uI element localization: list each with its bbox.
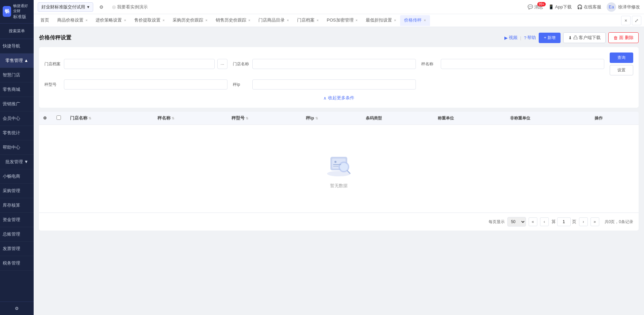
sidebar-item-retail-mall[interactable]: 零售商城 xyxy=(0,82,34,97)
sort-icon[interactable]: ⇅ xyxy=(88,116,91,120)
tab-store-catalog[interactable]: 门店商品目录 × xyxy=(254,15,293,26)
filter-row-2: 秤型号 秤ip xyxy=(44,79,633,90)
close-icon[interactable]: × xyxy=(248,18,250,22)
sidebar-item-inventory[interactable]: 库存核算 xyxy=(0,198,34,213)
delete-button[interactable]: 🗑 面 删除 xyxy=(608,32,639,43)
headset-icon: 🎧 xyxy=(577,4,582,9)
close-icon[interactable]: × xyxy=(356,18,358,22)
store-name-label: 门店名称 xyxy=(233,61,250,67)
close-icon[interactable]: × xyxy=(287,18,289,22)
scale-model-input[interactable] xyxy=(64,79,227,90)
last-page-button[interactable]: » xyxy=(591,217,599,226)
user-name: 徐泽华修改 xyxy=(618,4,640,10)
settings-button[interactable]: 设置 xyxy=(610,65,633,75)
add-button[interactable]: + 新增 xyxy=(539,33,560,43)
sidebar-item-invoice-manage[interactable]: 发票管理 xyxy=(0,242,34,256)
store-profile-input[interactable] xyxy=(64,59,215,69)
close-icon[interactable]: × xyxy=(394,18,396,22)
sidebar-item-general-ledger[interactable]: 总账管理 xyxy=(0,227,34,242)
maximize-tab-button[interactable]: ⤢ xyxy=(632,16,641,25)
sidebar: 畅 畅捷通好业财标准版 搜索菜单 快捷导航 零售管理 ▲ 智慧门店 零售商城 营… xyxy=(0,0,34,315)
tab-pos-manage[interactable]: POS加密管理 × xyxy=(323,15,362,26)
store-name-input[interactable] xyxy=(252,59,416,69)
tab-home[interactable]: 首页 xyxy=(36,15,53,26)
th-store-name: 门店名称 ⇅ xyxy=(66,112,153,125)
svg-rect-7 xyxy=(333,164,341,165)
sidebar-item-retail-manage[interactable]: 零售管理 ▲ xyxy=(0,54,34,68)
prev-page-button[interactable]: ‹ xyxy=(540,217,549,226)
table-header-row: ⚙ 门店名称 ⇅ 秤名称 xyxy=(39,112,639,125)
sidebar-item-fund-manage[interactable]: 资金管理 xyxy=(0,213,34,227)
version-selector[interactable]: 好业财标准版交付试用 ▾ xyxy=(38,2,93,12)
per-page-select[interactable]: 50 10 20 100 xyxy=(507,217,526,226)
sidebar-item-retail-stats[interactable]: 零售统计 xyxy=(0,126,34,140)
th-barcode-type: 条码类型 xyxy=(362,112,434,125)
collapse-filters-button[interactable]: ∧ 收起更多条件 xyxy=(44,94,633,102)
sidebar-item-tax-manage[interactable]: 税务管理 xyxy=(0,256,34,271)
sidebar-item-purchase-manage[interactable]: 采购管理 xyxy=(0,184,34,198)
first-page-button[interactable]: « xyxy=(529,217,537,226)
pagination-total: 共0页，0条记录 xyxy=(605,219,633,225)
search-menu-button[interactable]: 搜索菜单 xyxy=(3,26,31,36)
close-icon[interactable]: × xyxy=(205,18,207,22)
sidebar-settings-button[interactable]: ⚙ xyxy=(0,302,34,315)
demo-link[interactable]: ◎ 我要看实例演示 xyxy=(109,3,150,11)
topbar-settings-icon[interactable]: ⚙ xyxy=(97,2,106,12)
sidebar-item-xiaochangec[interactable]: 小畅电商 xyxy=(0,169,34,184)
tab-sale-history[interactable]: 销售历史价跟踪 × xyxy=(212,15,254,26)
user-profile-button[interactable]: Ea 徐泽华修改 xyxy=(607,2,640,12)
page-label2: 页 xyxy=(572,219,576,225)
empty-state-row: 暂无数据 xyxy=(39,125,639,213)
close-icon[interactable]: × xyxy=(424,18,426,22)
page-header: 价格传秤设置 ▶ 视频 | ? 帮助 + 新增 ⬇ 凸 客户端下载 🗑 xyxy=(39,32,639,43)
download-button[interactable]: ⬇ 凸 客户端下载 xyxy=(563,32,606,43)
per-page-label: 每页显示 xyxy=(489,219,505,225)
close-icon[interactable]: × xyxy=(85,18,87,22)
sidebar-quick-nav[interactable]: 快捷导航 xyxy=(0,39,34,54)
tab-sale-extract[interactable]: 售价提取设置 × xyxy=(130,15,169,26)
sort-icon[interactable]: ⇅ xyxy=(172,116,174,120)
tab-min-discount[interactable]: 最低折扣设置 × xyxy=(362,15,400,26)
tab-price-setting[interactable]: 商品价格设置 × xyxy=(53,15,92,26)
message-button[interactable]: 💬 消息 99+ xyxy=(528,4,543,10)
select-all-checkbox[interactable] xyxy=(57,115,61,120)
th-settings[interactable]: ⚙ xyxy=(39,112,52,125)
sort-icon[interactable]: ⇅ xyxy=(246,116,248,120)
th-scale-name: 秤名称 ⇅ xyxy=(153,112,228,125)
app-download-button[interactable]: 📱 App下载 xyxy=(548,4,572,10)
page-label: 算 xyxy=(551,219,556,225)
sidebar-item-marketing[interactable]: 营销推广 xyxy=(0,97,34,111)
tab-controls: × ⤢ xyxy=(621,16,641,25)
th-scale-ip: 秤ip ⇅ xyxy=(302,112,362,125)
next-page-button[interactable]: › xyxy=(579,217,588,226)
sidebar-item-help-center[interactable]: 帮助中心 xyxy=(0,140,34,155)
store-profile-dots-button[interactable]: ··· xyxy=(217,59,227,69)
tab-purchase-history[interactable]: 采购历史价跟踪 × xyxy=(169,15,211,26)
app-download-icon: 📱 xyxy=(548,4,554,9)
query-button[interactable]: 查询 xyxy=(610,53,633,63)
scale-ip-input[interactable] xyxy=(252,79,416,90)
video-link[interactable]: ▶ 视频 xyxy=(504,35,517,41)
help-link[interactable]: ? 帮助 xyxy=(524,35,536,41)
svg-point-4 xyxy=(340,163,348,171)
close-icon[interactable]: × xyxy=(124,18,126,22)
close-icon[interactable]: × xyxy=(317,18,319,22)
sidebar-item-member-center[interactable]: 会员中心 xyxy=(0,111,34,126)
sort-icon[interactable]: ⇅ xyxy=(315,116,318,120)
user-abbr: Ea xyxy=(609,4,614,9)
close-tab-button[interactable]: × xyxy=(621,16,631,25)
scale-name-input[interactable] xyxy=(441,59,604,69)
tab-store-profile[interactable]: 门店档案 × xyxy=(293,15,323,26)
online-service-button[interactable]: 🎧 在线客服 xyxy=(577,4,601,10)
empty-state-icon xyxy=(324,148,354,179)
tab-price-scale[interactable]: 价格传秤 × xyxy=(400,15,430,26)
filter-store-profile: 门店档案 ··· xyxy=(44,59,227,69)
page-actions: ▶ 视频 | ? 帮助 + 新增 ⬇ 凸 客户端下载 🗑 面 删除 xyxy=(504,32,639,43)
app-download-label: App下载 xyxy=(555,4,572,10)
sidebar-item-wholesale-manage[interactable]: 批发管理 ▼ xyxy=(0,155,34,169)
main-area: 好业财标准版交付试用 ▾ ⚙ ◎ 我要看实例演示 💬 消息 99+ 📱 App下… xyxy=(34,0,644,315)
sidebar-item-smart-store[interactable]: 智慧门店 xyxy=(0,68,34,82)
close-icon[interactable]: × xyxy=(163,18,165,22)
page-number-input[interactable] xyxy=(557,217,571,226)
tab-purchase-strategy[interactable]: 进价策略设置 × xyxy=(92,15,130,26)
